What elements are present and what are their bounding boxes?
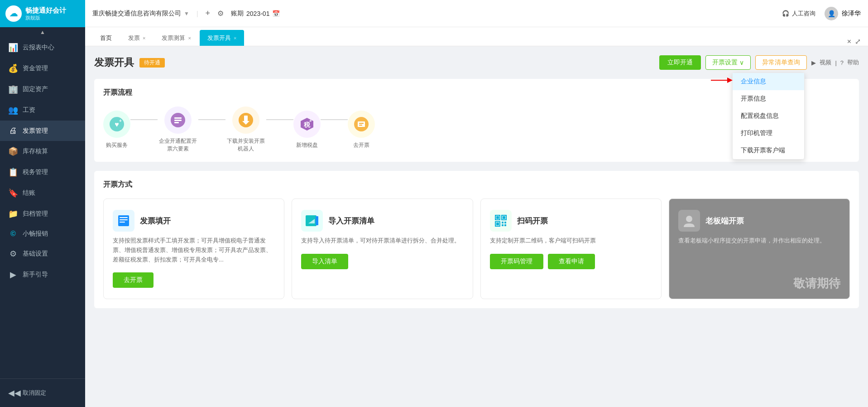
user-info[interactable]: 👤 徐泽华 — [825, 7, 861, 20]
tabs-right: × ⤢ — [847, 37, 861, 46]
svg-rect-32 — [496, 223, 499, 225]
sidebar-item-tax-mgmt[interactable]: 📋 税务管理 — [0, 162, 85, 183]
sidebar-item-inventory[interactable]: 📦 库存核算 — [0, 141, 85, 162]
help-area[interactable]: ▶ 视频 | ? 帮助 — [811, 58, 859, 67]
svg-rect-33 — [502, 222, 504, 223]
sidebar-item-xiao-report[interactable]: © 小畅报销 — [0, 224, 85, 243]
dropdown-item-printer-mgmt[interactable]: 打印机管理 — [733, 125, 804, 142]
tab-invoice-calc-label: 发票测算 — [162, 34, 185, 42]
svg-rect-6 — [174, 117, 182, 119]
step-configure-icon — [164, 107, 192, 134]
settings-dropdown: 企业信息 开票信息 配置税盘信息 打印机管理 下载开票客户端 — [732, 73, 805, 160]
activate-button[interactable]: 立即开通 — [659, 55, 701, 70]
sidebar-item-basic-settings[interactable]: ⚙ 基础设置 — [0, 243, 85, 264]
xiao-report-icon: © — [8, 230, 18, 238]
calendar-icon[interactable]: 📅 — [272, 10, 280, 17]
dropdown-item-tax-disk-config[interactable]: 配置税盘信息 — [733, 107, 804, 125]
tab-home[interactable]: 首页 — [92, 30, 120, 46]
tab-invoice-issue-close[interactable]: × — [234, 35, 236, 41]
sidebar-item-archive-mgmt[interactable]: 📁 归档管理 — [0, 204, 85, 224]
method-card-manual-fill: 发票填开 支持按照发票样式手工填开发票；可开具增值税电子普通发票、增值税普通发票… — [103, 199, 284, 299]
method-scan-desc: 支持定制开票二维码，客户端可扫码开票 — [490, 236, 652, 246]
settings-btn-label: 开票设置 — [712, 58, 738, 67]
service-button[interactable]: 🎧 人工咨询 — [782, 10, 815, 18]
invoice-mgmt-icon: 🖨 — [8, 126, 18, 136]
page-header: 发票开具 待开通 立即开通 开票设置 ∨ 异常清单查询 ▶ 视频 | ? 帮助 — [94, 55, 859, 70]
header-actions: 立即开通 开票设置 ∨ 异常清单查询 ▶ 视频 | ? 帮助 — [659, 55, 859, 70]
boss-overlay-text: 敬请期待 — [793, 276, 840, 291]
svg-rect-20 — [120, 217, 128, 218]
step-buy-service-icon: ♥ + — [103, 111, 130, 138]
sidebar-logo: ☁ 畅捷通好会计 旗舰版 — [0, 0, 85, 27]
account-period-label: 账期 — [231, 10, 244, 18]
tab-invoice[interactable]: 发票 × — [120, 30, 153, 46]
exception-button[interactable]: 异常清单查询 — [755, 55, 807, 70]
sidebar-item-invoice-mgmt[interactable]: 🖨 发票管理 — [0, 121, 85, 141]
company-selector[interactable]: 重庆畅捷交通信息咨询有限公司 ▼ — [92, 10, 189, 18]
manual-fill-go-button[interactable]: 去开票 — [113, 272, 153, 288]
sidebar-item-settlement[interactable]: 🔖 结账 — [0, 183, 85, 204]
method-boss-icon — [678, 210, 700, 232]
step-connector-2 — [198, 119, 225, 120]
sidebar-item-cancel-fixed[interactable]: ◀◀ 取消固定 — [0, 383, 85, 403]
method-scan-header: 扫码开票 — [490, 210, 652, 232]
avatar: 👤 — [825, 7, 838, 20]
topbar-settings-icon[interactable]: ⚙ — [217, 9, 224, 18]
cancel-fixed-icon: ◀◀ — [8, 388, 18, 398]
sidebar-item-cloud-report[interactable]: 📊 云报表中心 — [0, 37, 85, 58]
svg-rect-17 — [359, 123, 364, 124]
dropdown-item-download-client[interactable]: 下载开票客户端 — [733, 142, 804, 159]
sidebar-item-fund-mgmt[interactable]: 💰 资金管理 — [0, 58, 85, 79]
svg-rect-31 — [503, 216, 505, 219]
tab-invoice-issue[interactable]: 发票开具 × — [200, 30, 244, 46]
sidebar-label-fund-mgmt: 资金管理 — [23, 64, 48, 73]
topbar-right: 🎧 人工咨询 👤 徐泽华 — [782, 7, 861, 20]
archive-mgmt-icon: 📁 — [8, 209, 18, 219]
fixed-assets-icon: 🏢 — [8, 84, 18, 94]
sidebar: ☁ 畅捷通好会计 旗舰版 ▲ 📊 云报表中心 💰 资金管理 🏢 固定资产 👥 工… — [0, 0, 85, 407]
flow-step-download-install: 下载并安装开票机器人 — [225, 107, 266, 153]
import-list-button[interactable]: 导入清单 — [301, 254, 348, 269]
tab-invoice-calc[interactable]: 发票测算 × — [154, 30, 198, 46]
sidebar-item-new-guide[interactable]: ▶ 新手引导 — [0, 264, 85, 285]
method-scan-icon — [490, 210, 512, 232]
sidebar-label-archive-mgmt: 归档管理 — [23, 210, 48, 218]
method-import-header: 导入开票清单 — [301, 210, 463, 232]
sidebar-label-fixed-assets: 固定资产 — [23, 85, 48, 93]
tab-invoice-calc-close[interactable]: × — [188, 35, 191, 41]
help-label: 帮助 — [847, 58, 859, 67]
sidebar-label-invoice-mgmt: 发票管理 — [23, 127, 48, 135]
method-import-title: 导入开票清单 — [328, 216, 374, 226]
sidebar-item-payroll[interactable]: 👥 工资 — [0, 100, 85, 121]
sidebar-scroll-up[interactable]: ▲ — [0, 27, 85, 37]
fund-mgmt-icon: 💰 — [8, 63, 18, 73]
step-download-install-icon — [232, 107, 259, 134]
page-title-area: 发票开具 待开通 — [94, 56, 165, 69]
flow-step-buy-service: ♥ + 购买服务 — [103, 111, 130, 149]
sidebar-label-cancel-fixed: 取消固定 — [23, 389, 46, 397]
svg-rect-18 — [359, 125, 362, 126]
scan-view-apply-button[interactable]: 查看申请 — [548, 254, 595, 269]
method-card-import-list: 导入开票清单 支持导入待开票清单，可对待开票清单进行拆分、合并处理。 导入清单 — [292, 199, 473, 299]
step-connector-4 — [321, 119, 348, 120]
sidebar-label-inventory: 库存核算 — [23, 147, 48, 155]
window-close-button[interactable]: × — [847, 38, 851, 46]
sidebar-item-fixed-assets[interactable]: 🏢 固定资产 — [0, 79, 85, 100]
dropdown-item-company-info[interactable]: 企业信息 — [733, 73, 804, 90]
sidebar-label-new-guide: 新手引导 — [23, 271, 48, 279]
service-label: 人工咨询 — [792, 10, 815, 18]
method-manual-btn-area: 去开票 — [113, 272, 275, 288]
svg-rect-7 — [174, 120, 182, 121]
topbar-add-button[interactable]: + — [206, 9, 211, 18]
step-download-install-label: 下载并安装开票机器人 — [225, 137, 266, 153]
method-boss-title: 老板端开票 — [705, 216, 744, 226]
tab-invoice-close[interactable]: × — [143, 35, 145, 41]
svg-rect-35 — [502, 224, 504, 226]
scan-code-mgmt-button[interactable]: 开票码管理 — [490, 254, 543, 269]
settings-button[interactable]: 开票设置 ∨ — [705, 55, 751, 70]
dropdown-item-invoice-info[interactable]: 开票信息 — [733, 90, 804, 107]
svg-rect-23 — [306, 215, 317, 226]
basic-settings-icon: ⚙ — [8, 249, 18, 259]
step-buy-service-label: 购买服务 — [106, 141, 128, 149]
window-expand-button[interactable]: ⤢ — [855, 37, 861, 46]
